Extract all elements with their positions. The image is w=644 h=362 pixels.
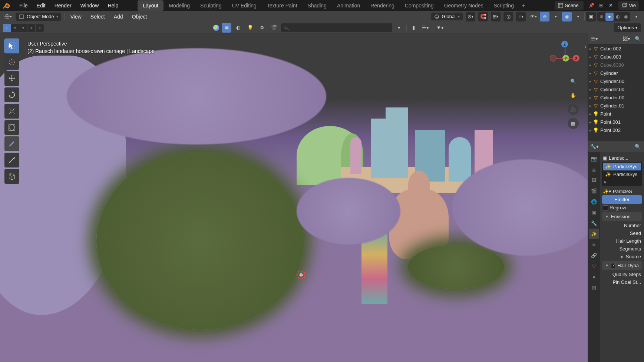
particle-system-list[interactable]: ✨ParticleSys ✨ParticleSys ▸ xyxy=(602,162,642,186)
ptab-particles[interactable]: ✨ xyxy=(589,229,599,239)
gizmo-dropdown-icon[interactable]: ▾ xyxy=(551,12,561,21)
menu-add[interactable]: Add xyxy=(111,13,126,21)
nav-gizmo[interactable]: Z X Y xyxy=(550,41,579,70)
tool-select-box[interactable] xyxy=(4,39,19,53)
outliner-row[interactable]: ▸▽Cylinder.01 xyxy=(588,102,644,110)
ps-item-1[interactable]: ✨ParticleSys xyxy=(603,163,641,170)
select-subtract-icon[interactable]: ▫ xyxy=(19,24,27,32)
snap-type-icon[interactable]: ⊞▾ xyxy=(491,12,501,21)
tool-cursor[interactable] xyxy=(4,55,19,70)
segments-field[interactable]: Segments xyxy=(602,245,642,253)
number-field[interactable]: Number xyxy=(602,222,642,229)
viewport-3d[interactable]: + User Perspective (2) Rausch landauer h… xyxy=(0,33,588,362)
expand-icon[interactable]: ▸ xyxy=(589,128,591,132)
tab-rendering[interactable]: Rendering xyxy=(365,0,400,11)
expand-icon[interactable]: ▸ xyxy=(589,112,591,116)
ptab-texture[interactable]: ▨ xyxy=(589,282,599,293)
tab-sculpting[interactable]: Sculpting xyxy=(195,0,227,11)
mode-selector[interactable]: Object Mode ▾ xyxy=(16,13,61,21)
shading-dropdown-icon[interactable]: ▾ xyxy=(631,12,641,21)
outliner-editor-icon[interactable]: ☰▾ xyxy=(589,34,599,44)
ps-settings-selector[interactable]: ✨▾ ParticleS xyxy=(602,187,642,195)
emitter-button[interactable]: Emitter xyxy=(602,195,642,204)
outliner-row[interactable]: ▸💡Point.001 xyxy=(588,118,644,126)
expand-icon[interactable]: ▸ xyxy=(589,47,591,51)
zoom-icon[interactable]: 🔍 xyxy=(568,76,579,87)
dropdown-icon[interactable]: ▾ xyxy=(394,23,404,33)
outliner-row[interactable]: ▸▽Cylinder xyxy=(588,69,644,77)
expand-icon[interactable]: ▸ xyxy=(589,96,591,100)
ps-expand-icon[interactable]: ▸ xyxy=(603,178,641,185)
visibility-icon[interactable]: 👁▾ xyxy=(529,12,538,21)
menu-object[interactable]: Object xyxy=(129,13,150,21)
menu-window[interactable]: Window xyxy=(76,1,103,10)
lighting-icon[interactable]: 💡 xyxy=(245,23,255,33)
proportional-edit-icon[interactable]: ◎ xyxy=(503,12,513,21)
delete-scene-icon[interactable]: ✕ xyxy=(607,1,615,10)
filter-funnel-icon[interactable]: ▼▾ xyxy=(435,23,445,33)
effects-icon[interactable]: 🎬 xyxy=(269,23,279,33)
ptab-physics[interactable]: ⚛ xyxy=(589,239,599,250)
proportional-falloff-icon[interactable]: ∩▾ xyxy=(516,12,526,21)
expand-icon[interactable]: ▸ xyxy=(589,104,591,108)
expand-icon[interactable]: ▸ xyxy=(589,120,591,124)
ptab-data[interactable]: ▽ xyxy=(589,261,599,271)
ps-item-2[interactable]: ✨ParticleSys xyxy=(603,170,641,178)
outliner-row[interactable]: ▸▽Cylinder.00 xyxy=(588,77,644,85)
tab-scripting[interactable]: Scripting xyxy=(488,0,519,11)
color-type-icon[interactable]: ▣ xyxy=(222,23,231,33)
select-new-icon[interactable]: ▫ xyxy=(3,24,11,32)
options-icon[interactable]: ⚙ xyxy=(257,23,267,33)
regrow-checkbox-row[interactable]: Regrow xyxy=(602,204,642,212)
seed-field[interactable]: Seed xyxy=(602,229,642,237)
tool-move[interactable] xyxy=(4,71,19,86)
tool-add-cube[interactable]: + xyxy=(4,169,19,184)
filter-collection-icon[interactable]: ☰▾ xyxy=(421,23,430,33)
tab-modeling[interactable]: Modeling xyxy=(164,0,195,11)
select-intersect-icon[interactable]: ▫ xyxy=(36,24,44,32)
new-scene-icon[interactable]: ⎘ xyxy=(597,1,605,10)
viewport-search[interactable] xyxy=(281,23,392,32)
camera-view-icon[interactable]: 🎥 xyxy=(568,104,579,115)
tab-geometry-nodes[interactable]: Geometry Nodes xyxy=(439,0,489,11)
outliner-row[interactable]: ▸▽Cube.6380 xyxy=(588,61,644,69)
search-input[interactable] xyxy=(289,25,345,30)
orientation-selector[interactable]: Global ▾ xyxy=(431,13,463,20)
pivot-point-icon[interactable]: ⊙▾ xyxy=(466,12,475,21)
tool-transform[interactable] xyxy=(4,120,19,135)
wireframe-shade-icon[interactable]: ⊕ xyxy=(597,13,605,21)
tool-measure[interactable] xyxy=(4,153,19,167)
ptab-material[interactable]: ● xyxy=(589,272,599,282)
scene-selector[interactable]: Scene xyxy=(555,1,584,10)
tab-uv-editing[interactable]: UV Editing xyxy=(227,0,262,11)
rendered-shade-icon[interactable]: ◉ xyxy=(622,13,630,21)
options-button[interactable]: Options ▾ xyxy=(614,23,641,32)
menu-edit[interactable]: Edit xyxy=(32,1,50,10)
ptab-world[interactable]: 🌐 xyxy=(589,196,599,207)
props-editor-icon[interactable]: 🔧▾ xyxy=(589,142,599,152)
menu-render[interactable]: Render xyxy=(50,1,76,10)
tab-layout[interactable]: Layout xyxy=(138,0,164,11)
quality-steps-field[interactable]: Quality Steps xyxy=(602,270,642,278)
select-extend-icon[interactable]: ▫ xyxy=(11,24,19,32)
outliner-view-icon[interactable]: 🖼▾ xyxy=(622,34,631,44)
hair-dyn-checkbox[interactable] xyxy=(611,263,616,268)
ptab-render[interactable]: 📷 xyxy=(589,153,599,164)
pan-icon[interactable]: ✋ xyxy=(568,90,579,101)
ptab-modifiers[interactable]: 🔧 xyxy=(589,218,599,228)
outliner[interactable]: ▸▽Cube.002▸▽Cube.003▸▽Cube.6380▸▽Cylinde… xyxy=(588,44,644,141)
expand-icon[interactable]: ▸ xyxy=(589,79,591,83)
outliner-row[interactable]: ▸▽Cube.002 xyxy=(588,44,644,53)
axis-neg-x[interactable] xyxy=(550,55,557,62)
hair-dynamics-header[interactable]: ▼Hair Dyna xyxy=(602,261,642,270)
menu-view[interactable]: View xyxy=(67,13,85,21)
pin-goal-field[interactable]: Pin Goal St... xyxy=(602,278,642,286)
expand-icon[interactable]: ▸ xyxy=(589,71,591,75)
tab-shading[interactable]: Shading xyxy=(303,0,332,11)
menu-help[interactable]: Help xyxy=(103,1,123,10)
outliner-row[interactable]: ▸▽Cylinder.00 xyxy=(588,85,644,93)
tool-scale[interactable] xyxy=(4,104,19,119)
ptab-output[interactable]: 🖨 xyxy=(589,164,599,175)
overlays-toggle-icon[interactable]: ◉ xyxy=(562,12,572,21)
props-search-icon[interactable]: 🔍 xyxy=(633,142,643,152)
